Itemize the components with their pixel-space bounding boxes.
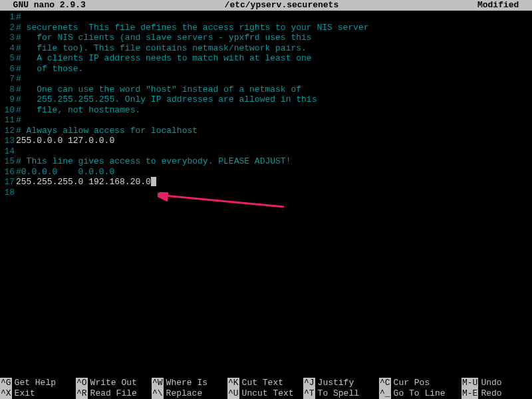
line-number: 11 — [0, 115, 15, 126]
editor-line[interactable]: 12# Always allow access for localhost — [0, 126, 532, 136]
line-text[interactable]: 255.0.0.0 127.0.0.0 — [16, 136, 114, 146]
line-text[interactable]: # — [16, 115, 21, 126]
shortcut-key: ^_ — [379, 388, 391, 399]
shortcut-redo[interactable]: M-ERedo — [462, 388, 508, 399]
shortcut-exit[interactable]: ^XExit — [0, 388, 76, 399]
shortcut-label: Replace — [164, 388, 203, 399]
shortcut-label: Justify — [315, 378, 354, 388]
line-text[interactable]: # 255.255.255.255. Only IP addresses are… — [16, 94, 317, 105]
editor-line[interactable]: 7# — [0, 74, 532, 84]
shortcut-undo[interactable]: M-UUndo — [462, 378, 508, 388]
line-text[interactable]: # This line gives access to everybody. P… — [16, 156, 291, 167]
file-path: /etc/ypserv.securenets — [225, 0, 339, 11]
line-number: 14 — [0, 146, 15, 157]
line-text[interactable]: # — [16, 12, 21, 23]
line-number: 9 — [0, 94, 15, 105]
shortcut-label: Read File — [88, 388, 137, 399]
line-number: 15 — [0, 156, 15, 167]
line-text[interactable]: # file too). This file contains netmask/… — [16, 43, 307, 54]
editor-line[interactable]: 6# of those. — [0, 64, 532, 74]
shortcut-key: ^W — [152, 378, 164, 388]
shortcut-write-out[interactable]: ^OWrite Out — [76, 378, 152, 388]
line-number: 4 — [0, 43, 15, 54]
shortcut-key: M-E — [462, 388, 478, 399]
shortcut-key: ^G — [0, 378, 12, 388]
editor-line[interactable]: 5# A clients IP address needs to match w… — [0, 53, 532, 64]
shortcut-label: Where Is — [164, 378, 207, 388]
line-number: 10 — [0, 105, 15, 116]
shortcut-where-is[interactable]: ^WWhere Is — [152, 378, 227, 388]
editor-line[interactable]: 10# file, not hostnames. — [0, 105, 532, 116]
line-text[interactable]: # A clients IP address needs to match wi… — [16, 53, 312, 64]
editor-line[interactable]: 11# — [0, 115, 532, 126]
line-text[interactable]: # One can use the word "host" instead of… — [16, 84, 301, 95]
shortcut-label: Get Help — [12, 378, 56, 388]
line-number: 1 — [0, 12, 15, 23]
shortcut-cut-text[interactable]: ^KCut Text — [227, 378, 303, 388]
shortcut-label: To Spell — [315, 388, 359, 399]
shortcut-to-spell[interactable]: ^TTo Spell — [303, 388, 379, 399]
editor-line[interactable]: 14 — [0, 146, 532, 157]
shortcut-row-2: ^XExit^RRead File^\Replace^UUncut Text^T… — [0, 388, 532, 399]
line-number: 8 — [0, 84, 15, 95]
shortcut-key: ^O — [76, 378, 88, 388]
shortcut-key: ^R — [76, 388, 88, 399]
shortcut-label: Write Out — [88, 378, 137, 388]
line-number: 5 — [0, 53, 15, 64]
line-text[interactable]: # — [16, 74, 21, 84]
line-text[interactable]: # of those. — [16, 64, 83, 74]
line-text[interactable]: # for NIS clients (and slave servers - y… — [16, 33, 312, 43]
shortcut-label: Redo — [478, 388, 501, 399]
line-text[interactable]: # Always allow access for localhost — [16, 126, 198, 136]
shortcut-key: M-U — [462, 378, 478, 388]
editor-line[interactable]: 18 — [0, 188, 532, 198]
shortcut-bar: ^GGet Help^OWrite Out^WWhere Is^KCut Tex… — [0, 378, 532, 399]
shortcut-key: ^J — [303, 378, 315, 388]
line-text[interactable]: # file, not hostnames. — [16, 105, 140, 116]
editor-line[interactable]: 17255.255.255.0 192.168.20.0 — [0, 177, 532, 188]
shortcut-replace[interactable]: ^\Replace — [152, 388, 227, 399]
shortcut-key: ^U — [227, 388, 239, 399]
line-number: 17 — [0, 177, 15, 188]
shortcut-key: ^K — [227, 378, 239, 388]
shortcut-cur-pos[interactable]: ^CCur Pos — [379, 378, 462, 388]
editor-line[interactable]: 13255.0.0.0 127.0.0.0 — [0, 136, 532, 146]
title-bar: GNU nano 2.9.3 /etc/ypserv.securenets Mo… — [0, 0, 532, 11]
shortcut-label: Undo — [478, 378, 501, 388]
shortcut-key: ^C — [379, 378, 391, 388]
shortcut-label: Exit — [12, 388, 35, 399]
editor-line[interactable]: 8# One can use the word "host" instead o… — [0, 84, 532, 95]
shortcut-get-help[interactable]: ^GGet Help — [0, 378, 76, 388]
shortcut-label: Uncut Text — [239, 388, 294, 399]
shortcut-read-file[interactable]: ^RRead File — [76, 388, 152, 399]
editor-line[interactable]: 9# 255.255.255.255. Only IP addresses ar… — [0, 94, 532, 105]
editor-line[interactable]: 15# This line gives access to everybody.… — [0, 156, 532, 167]
line-number: 6 — [0, 64, 15, 74]
line-number: 12 — [0, 126, 15, 136]
shortcut-key: ^T — [303, 388, 315, 399]
shortcut-uncut-text[interactable]: ^UUncut Text — [227, 388, 303, 399]
editor-line[interactable]: 4# file too). This file contains netmask… — [0, 43, 532, 54]
app-name: GNU nano 2.9.3 — [3, 0, 86, 11]
shortcut-row-1: ^GGet Help^OWrite Out^WWhere Is^KCut Tex… — [0, 378, 532, 388]
editor-content[interactable]: 1#2# securenets This file defines the ac… — [0, 11, 532, 198]
shortcut-label: Go To Line — [391, 388, 446, 399]
editor-line[interactable]: 2# securenets This file defines the acce… — [0, 23, 532, 33]
status-modified: Modified — [477, 0, 529, 11]
shortcut-label: Cur Pos — [391, 378, 430, 388]
line-number: 13 — [0, 136, 15, 146]
shortcut-justify[interactable]: ^JJustify — [303, 378, 379, 388]
line-text[interactable]: #0.0.0.0 0.0.0.0 — [16, 167, 114, 178]
line-number: 16 — [0, 167, 15, 178]
line-text[interactable]: 255.255.255.0 192.168.20.0 — [16, 177, 151, 188]
text-cursor — [151, 177, 156, 186]
shortcut-label: Cut Text — [239, 378, 283, 388]
editor-line[interactable]: 1# — [0, 12, 532, 23]
shortcut-key: ^X — [0, 388, 12, 399]
editor-line[interactable]: 3# for NIS clients (and slave servers - … — [0, 33, 532, 43]
shortcut-key: ^\ — [152, 388, 164, 399]
editor-line[interactable]: 16#0.0.0.0 0.0.0.0 — [0, 167, 532, 178]
shortcut-go-to-line[interactable]: ^_Go To Line — [379, 388, 462, 399]
line-number: 7 — [0, 74, 15, 84]
line-text[interactable]: # securenets This file defines the acces… — [16, 23, 369, 33]
